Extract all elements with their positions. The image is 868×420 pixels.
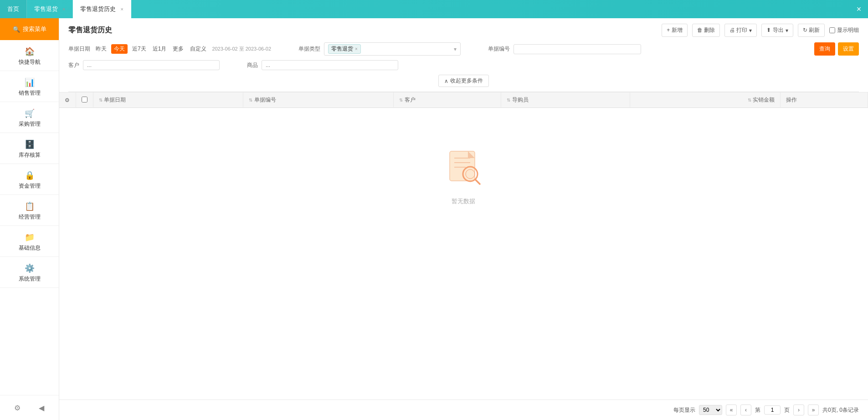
tag-close-button[interactable]: × — [355, 46, 358, 51]
date-range-text: 2023-06-02 至 2023-06-02 — [212, 46, 271, 52]
page-title-row: 零售退货历史 + 新增 🗑 删除 🖨 打印 ▾ ⬆ 导出 ▾ — [68, 24, 859, 37]
chart-icon: 📊 — [25, 77, 35, 87]
sidebar-item-finance-mgmt[interactable]: 🔒 资金管理 — [0, 164, 59, 195]
display-detail-input[interactable] — [829, 27, 835, 33]
gear-icon: ⚙ — [14, 404, 21, 412]
th-guide: ⇅ 导购员 — [501, 92, 630, 108]
refresh-button[interactable]: ↻ 刷新 — [798, 24, 825, 37]
chevron-down-icon: ▾ — [454, 46, 457, 52]
sidebar-item-label: 经营管理 — [19, 213, 41, 221]
sidebar-search[interactable]: 🔍 搜索菜单 — [0, 18, 59, 40]
tab-home[interactable]: 首页 — [0, 0, 27, 18]
sort-icon[interactable]: ⇅ — [399, 97, 403, 102]
prev-page-button[interactable]: ‹ — [740, 405, 751, 415]
empty-illustration — [441, 144, 486, 190]
display-detail-checkbox[interactable]: 显示明细 — [829, 26, 859, 34]
sidebar-item-system-mgmt[interactable]: ⚙️ 系统管理 — [0, 257, 59, 288]
first-page-icon: « — [730, 407, 733, 413]
date-shortcut-yesterday[interactable]: 昨天 — [94, 45, 108, 53]
prev-page-icon: ‹ — [745, 407, 747, 413]
table-body: 暂无数据 — [59, 108, 868, 242]
sidebar-collapse-button[interactable]: ◀ — [35, 401, 48, 415]
sidebar-item-sales-mgmt[interactable]: 📊 销售管理 — [0, 71, 59, 102]
th-settings[interactable]: ⚙ — [59, 92, 76, 108]
goods-filter-label: 商品 — [247, 61, 258, 69]
type-select[interactable]: 零售退货 × ▾ — [324, 42, 461, 56]
main-layout: 🔍 搜索菜单 🏠 快捷导航 📊 销售管理 🛒 采购管理 🗄️ 库存核算 🔒 资金… — [0, 18, 868, 420]
chevron-down-icon: ▾ — [749, 27, 752, 34]
filter-settings-button[interactable]: 设置 — [838, 42, 859, 56]
empty-state-row: 暂无数据 — [59, 108, 868, 242]
type-filter: 单据类型 零售退货 × ▾ — [298, 42, 461, 56]
window-close-button[interactable]: × — [850, 0, 868, 18]
print-button[interactable]: 🖨 打印 ▾ — [724, 24, 757, 37]
voucher-filter-label: 单据编号 — [488, 45, 510, 53]
table-header-row: ⚙ ⇅ 单据日期 ⇅ 单据编号 — [59, 92, 868, 108]
sidebar-item-label: 资金管理 — [19, 182, 41, 190]
date-shortcut-1month[interactable]: 近1月 — [151, 45, 169, 53]
sidebar-settings-button[interactable]: ⚙ — [10, 401, 24, 415]
sidebar-item-label: 系统管理 — [19, 275, 41, 283]
date-shortcut-today[interactable]: 今天 — [111, 44, 128, 54]
tab-retail-return-history[interactable]: 零售退货历史 × — [73, 0, 131, 18]
next-page-button[interactable]: › — [793, 405, 804, 415]
last-page-button[interactable]: » — [808, 405, 819, 415]
sidebar-item-basic-info[interactable]: 📁 基础信息 — [0, 226, 59, 257]
collapse-button[interactable]: ∧ 收起更多条件 — [438, 75, 489, 87]
goods-filter: 商品 — [247, 60, 398, 70]
table-area: ⚙ ⇅ 单据日期 ⇅ 单据编号 — [59, 92, 868, 420]
collapse-label: 收起更多条件 — [450, 77, 483, 85]
customer-input[interactable] — [83, 60, 220, 70]
data-table: ⚙ ⇅ 单据日期 ⇅ 单据编号 — [59, 92, 868, 242]
settings-icon[interactable]: ⚙ — [65, 97, 70, 103]
sort-icon[interactable]: ⇅ — [748, 97, 751, 102]
voucher-input[interactable] — [514, 44, 641, 54]
date-shortcut-custom[interactable]: 自定义 — [188, 45, 208, 53]
query-button[interactable]: 查询 — [814, 42, 835, 56]
sort-icon[interactable]: ⇅ — [507, 97, 510, 102]
page-label: 页 — [784, 406, 790, 414]
empty-state: 暂无数据 — [59, 108, 868, 242]
th-date: ⇅ 单据日期 — [93, 92, 243, 108]
add-button[interactable]: + 新增 — [662, 24, 687, 37]
total-label: 共0页, 0条记录 — [822, 406, 859, 414]
filter-row-2: 客户 商品 — [68, 60, 859, 70]
svg-line-7 — [475, 179, 480, 184]
tab-retail-return[interactable]: 零售退货 × — [27, 0, 73, 18]
sidebar-item-label: 库存核算 — [19, 151, 41, 159]
search-icon: 🔍 — [13, 26, 20, 33]
per-page-select[interactable]: 50 10 20 100 — [699, 405, 722, 415]
info-icon: 📁 — [25, 232, 35, 242]
first-page-button[interactable]: « — [726, 405, 737, 415]
page-number-input[interactable] — [764, 405, 781, 415]
th-checkbox[interactable] — [76, 92, 93, 108]
tab-close-retail-return-history[interactable]: × — [120, 6, 123, 12]
select-all-checkbox[interactable] — [82, 97, 87, 102]
date-shortcut-more[interactable]: 更多 — [171, 45, 185, 53]
sort-icon[interactable]: ⇅ — [99, 97, 103, 102]
voucher-filter: 单据编号 — [488, 44, 641, 54]
home-icon: 🏠 — [25, 46, 35, 56]
cart-icon: 🛒 — [25, 108, 35, 118]
export-button[interactable]: ⬆ 导出 ▾ — [761, 24, 793, 37]
sort-icon[interactable]: ⇅ — [249, 97, 252, 102]
system-icon: ⚙️ — [25, 263, 35, 273]
date-shortcut-7days[interactable]: 近7天 — [130, 45, 148, 53]
chevron-up-icon: ∧ — [444, 78, 448, 84]
tab-close-retail-return[interactable]: × — [62, 6, 65, 12]
delete-button[interactable]: 🗑 删除 — [692, 24, 720, 37]
sidebar-item-inventory[interactable]: 🗄️ 库存核算 — [0, 133, 59, 164]
customer-filter-label: 客户 — [68, 61, 79, 69]
sidebar-item-purchase-mgmt[interactable]: 🛒 采购管理 — [0, 102, 59, 133]
storage-icon: 🗄️ — [25, 139, 35, 149]
top-bar: 首页 零售退货 × 零售退货历史 × × — [0, 0, 868, 18]
chevron-down-icon: ▾ — [786, 27, 788, 34]
ops-icon: 📋 — [25, 201, 35, 211]
sidebar-item-quick-nav[interactable]: 🏠 快捷导航 — [0, 40, 59, 71]
goods-input[interactable] — [262, 60, 398, 70]
page-header: 零售退货历史 + 新增 🗑 删除 🖨 打印 ▾ ⬆ 导出 ▾ — [59, 18, 868, 92]
per-page-label: 每页显示 — [673, 406, 695, 414]
table-container: ⚙ ⇅ 单据日期 ⇅ 单据编号 — [59, 92, 868, 400]
sidebar-item-ops-mgmt[interactable]: 📋 经营管理 — [0, 195, 59, 226]
sidebar-item-label: 快捷导航 — [19, 58, 41, 66]
